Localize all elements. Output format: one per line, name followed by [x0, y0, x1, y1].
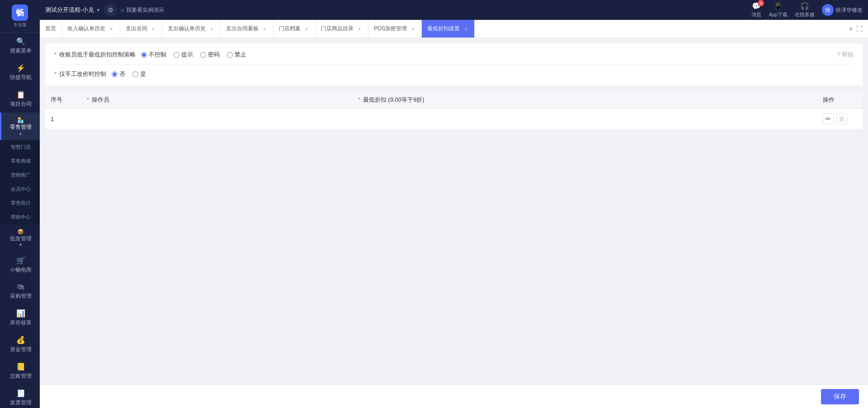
cell-seq: 1	[45, 109, 81, 129]
sidebar-item-retail[interactable]: 🏪 零售管理 ▲	[0, 113, 40, 140]
capital-icon: 💰	[16, 336, 25, 344]
form-divider	[54, 64, 854, 65]
tab-label: 收入确认单历史	[67, 25, 105, 33]
inventory-icon: 📊	[16, 309, 25, 318]
table-scroll[interactable]: 序号 * 操作员 * 最低折扣 (9.00等于9折) 操作	[45, 91, 863, 129]
logo-icon: 畅	[12, 5, 28, 21]
table-body: 1 ✏ 🗑	[45, 109, 863, 129]
tab-label: 支出确认单历史	[168, 25, 206, 33]
tab-payment-contract[interactable]: 支出合同 ×	[120, 20, 162, 38]
tab-label: 门店档案	[279, 25, 301, 33]
tabs-bar: 首页 收入确认单历史 × 支出合同 × 支出确认单历史 × 支出合同看板 × 门…	[40, 20, 868, 38]
save-button[interactable]: 保存	[821, 389, 859, 404]
username: 徐泽华修改	[835, 6, 863, 14]
sidebar: 畅 专业版 🔍 搜索菜单 ⚡ 快捷导航 📋 项目合同 🏪 零售管理 ▲ 智慧门店…	[0, 0, 40, 408]
sidebar-item-member[interactable]: 会员中心	[0, 182, 40, 196]
sidebar-item-purchase[interactable]: 🛍 采购管理	[0, 278, 40, 305]
service-label: 在线客服	[795, 11, 815, 18]
maximize-button[interactable]: ⛶	[854, 24, 864, 33]
sidebar-item-wholesale[interactable]: 📦 批发管理 ▼	[0, 224, 40, 252]
sidebar-item-search[interactable]: 🔍 搜索菜单	[0, 33, 40, 59]
option-prompt[interactable]: 提示	[174, 51, 193, 59]
wholesale-icon: 📦	[17, 229, 24, 235]
tab-payment-history[interactable]: 支出确认单历史 ×	[162, 20, 221, 38]
tab-payment-board[interactable]: 支出合同看板 ×	[221, 20, 274, 38]
tab-close-icon[interactable]: ×	[356, 26, 363, 32]
tab-close-icon[interactable]: ×	[150, 26, 156, 32]
option-yes[interactable]: 是	[132, 70, 146, 78]
table-row: 1 ✏ 🗑	[45, 109, 863, 129]
form-row-manual-price: * 仅手工改价时控制 否 是	[54, 70, 854, 78]
sidebar-item-smart-store[interactable]: 智慧门店	[0, 140, 40, 154]
collapse-icon: ▼	[19, 243, 23, 247]
manual-price-label: * 仅手工改价时控制	[54, 70, 106, 78]
sidebar-item-retail-mall[interactable]: 零售商城	[0, 154, 40, 168]
message-action[interactable]: 💬 消息 8	[751, 2, 761, 18]
sidebar-item-label: 总账管理	[10, 372, 32, 380]
tab-label: 门店商品目录	[321, 25, 354, 33]
sidebar-item-invoice[interactable]: 🧾 发票管理	[0, 385, 40, 408]
option-no-control[interactable]: 不控制	[141, 51, 166, 59]
lightning-icon: ⚡	[16, 64, 25, 72]
tab-home[interactable]: 首页	[40, 20, 62, 38]
table-header-row: 序号 * 操作员 * 最低折扣 (9.00等于9折) 操作	[45, 91, 863, 109]
sidebar-item-help[interactable]: 帮助中心	[0, 210, 40, 224]
sidebar-item-capital[interactable]: 💰 资金管理	[0, 331, 40, 358]
manual-price-radio-group: 否 是	[112, 70, 146, 78]
tab-store-goods[interactable]: 门店商品目录 ×	[316, 20, 368, 38]
sidebar-item-ecommerce[interactable]: 🛒 小畅电商	[0, 252, 40, 278]
app-download-action[interactable]: 📱 App下载	[769, 2, 788, 18]
form-row-strategy: * 收银员低于最低折扣控制策略 不控制 提示 密码	[54, 51, 854, 59]
project-selector[interactable]: 测试分开流程-小兑 ▼	[45, 6, 100, 14]
option-password[interactable]: 密码	[200, 51, 220, 59]
invoice-icon: 🧾	[16, 389, 25, 398]
project-name: 测试分开流程-小兑	[45, 6, 94, 14]
user-menu[interactable]: 徐 徐泽华修改	[822, 4, 863, 16]
tab-pos-password[interactable]: POS加密管理 ×	[368, 20, 422, 38]
cell-actions: ✏ 🗑	[817, 109, 863, 129]
online-service-action[interactable]: 🎧 在线客服	[795, 2, 815, 18]
sidebar-item-retail-stat[interactable]: 零售统计	[0, 196, 40, 210]
sidebar-item-shortcut[interactable]: ⚡ 快捷导航	[0, 59, 40, 86]
message-badge: 8	[758, 0, 764, 6]
sidebar-item-label: 资金管理	[10, 346, 32, 353]
delete-row-button[interactable]: 🗑	[836, 113, 847, 124]
help-icon[interactable]: ？帮助	[836, 51, 854, 59]
expand-icon: ▲	[19, 131, 23, 136]
col-min-discount: * 最低折扣 (9.00等于9折)	[353, 91, 817, 109]
tab-close-icon[interactable]: ×	[410, 26, 416, 32]
ecommerce-icon: 🛒	[16, 256, 25, 265]
sidebar-group-wholesale: 📦 批发管理 ▼	[0, 224, 40, 252]
table-header: 序号 * 操作员 * 最低折扣 (9.00等于9折) 操作	[45, 91, 863, 109]
message-label: 消息	[751, 11, 761, 18]
discount-table-card: 序号 * 操作员 * 最低折扣 (9.00等于9折) 操作	[45, 91, 863, 129]
option-ban[interactable]: 禁止	[227, 51, 246, 59]
sidebar-item-ledger[interactable]: 📒 总账管理	[0, 358, 40, 385]
tab-store-profile[interactable]: 门店档案 ×	[274, 20, 316, 38]
tab-label: 支出合同	[126, 25, 147, 33]
tab-close-icon[interactable]: ×	[303, 26, 310, 32]
close-tab-button[interactable]: ×	[847, 24, 854, 33]
bottom-bar: 保存	[40, 385, 868, 408]
option-no[interactable]: 否	[112, 70, 125, 78]
retail-icon: 🏪	[17, 117, 24, 123]
sidebar-item-label: 搜索菜单	[10, 47, 32, 55]
gear-icon: ⚙	[108, 6, 113, 14]
sidebar-item-inventory[interactable]: 📊 库存核算	[0, 305, 40, 331]
project-settings-button[interactable]: ⚙	[104, 4, 117, 16]
topbar-right: 💬 消息 8 📱 App下载 🎧 在线客服 徐 徐泽华修改	[751, 2, 863, 18]
sidebar-item-project[interactable]: 📋 项目合同	[0, 86, 40, 113]
search-icon: 🔍	[16, 37, 25, 46]
tab-close-icon[interactable]: ×	[261, 26, 268, 32]
edit-row-button[interactable]: ✏	[823, 113, 834, 124]
tab-close-icon[interactable]: ×	[208, 26, 215, 32]
tab-income-history[interactable]: 收入确认单历史 ×	[62, 20, 120, 38]
sidebar-item-marketing[interactable]: 营销推广	[0, 168, 40, 182]
contract-icon: 📋	[16, 90, 25, 99]
demo-link[interactable]: ○ 我要看实例演示	[120, 6, 164, 14]
tab-close-icon[interactable]: ×	[108, 26, 114, 32]
tab-min-discount[interactable]: 最低折扣设置 ×	[422, 20, 475, 38]
tab-close-icon[interactable]: ×	[462, 26, 469, 32]
avatar: 徐	[822, 4, 834, 16]
strategy-radio-group: 不控制 提示 密码 禁止	[141, 51, 246, 59]
